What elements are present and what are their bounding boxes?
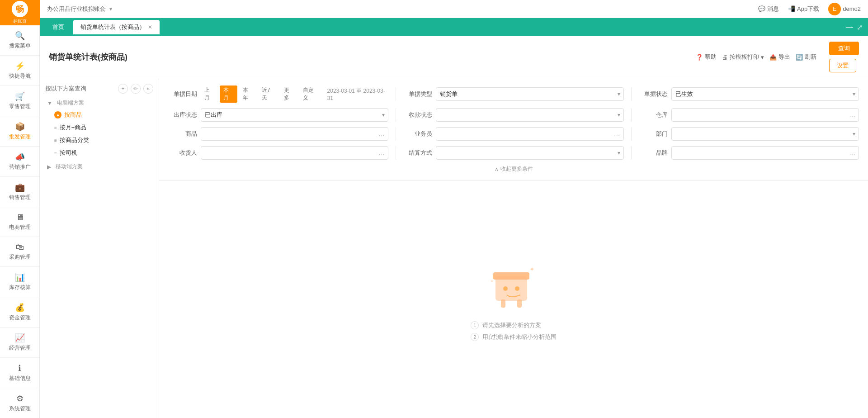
sidebar-item-system[interactable]: ⚙ 系统管理 (0, 388, 39, 418)
sidebar-item-sales[interactable]: 💼 销售管理 (0, 177, 39, 207)
svg-rect-1 (493, 272, 529, 280)
message-btn[interactable]: 💬 消息 (758, 5, 779, 13)
sidebar-item-marketing[interactable]: 📣 营销推广 (0, 147, 39, 177)
sidebar-item-label: 电商管理 (9, 223, 31, 231)
doc-status-input[interactable] (671, 87, 859, 101)
date-btn-current-month[interactable]: 本月 (220, 86, 237, 103)
receiver-dots-icon[interactable]: … (378, 149, 385, 157)
ecommerce-icon: 🖥 (16, 213, 24, 222)
date-range-text: 2023-03-01 至 2023-03-31 (327, 87, 389, 101)
collect-status-label: 收款状态 (403, 111, 432, 119)
tree-item-by-goods[interactable]: ● 按商品 (40, 109, 159, 121)
app-download-btn[interactable]: 📲 App下载 (788, 5, 819, 13)
date-btn-7days[interactable]: 近7天 (258, 86, 278, 103)
left-panel-icons: + ✏ « (118, 84, 153, 94)
refresh-icon: 🔄 (796, 54, 803, 61)
out-status-label: 出库状态 (168, 111, 197, 119)
tab-home[interactable]: 首页 (45, 20, 71, 34)
tree-item-by-category[interactable]: ≡ 按商品分类 (40, 134, 159, 147)
user-info[interactable]: E demo2 (828, 3, 861, 15)
warehouse-input[interactable] (671, 108, 859, 122)
sidebar-item-basic[interactable]: ℹ 基础信息 (0, 358, 39, 388)
tab-minimize-icon[interactable]: — (846, 23, 853, 32)
collect-status-input[interactable] (436, 108, 623, 122)
sidebar-item-quick-nav[interactable]: ⚡ 快捷导航 (0, 56, 39, 86)
tree-item-label: 按司机 (60, 149, 77, 157)
sidebar-item-search-menu[interactable]: 🔍 搜索菜单 (0, 25, 39, 56)
tree-section-mobile[interactable]: ▶ 移动端方案 (40, 161, 159, 172)
right-panel: 单据日期 上月 本月 本年 近7天 更多 自定义 20 (159, 78, 868, 418)
date-btn-custom[interactable]: 自定义 (299, 86, 322, 103)
tree-item-by-month-goods[interactable]: ≡ 按月+商品 (40, 121, 159, 134)
warehouse-dots-icon[interactable]: … (849, 111, 855, 119)
doc-status-control: ▾ (671, 87, 859, 101)
filter-row-3: 商品 … 业务员 … (168, 127, 859, 141)
sidebar-item-ecommerce[interactable]: 🖥 电商管理 (0, 207, 39, 237)
doc-status-label: 单据状态 (639, 90, 668, 98)
date-btn-last-month[interactable]: 上月 (201, 86, 218, 103)
sidebar-item-inventory[interactable]: 📊 库存核算 (0, 267, 39, 297)
date-btn-current-year[interactable]: 本年 (239, 86, 256, 103)
sidebar-item-wholesale[interactable]: 📦 批发管理 (0, 116, 39, 147)
filter-out-status: 出库状态 ▾ (168, 108, 388, 122)
salesman-label: 业务员 (403, 130, 432, 138)
goods-dots-icon[interactable]: … (378, 130, 385, 138)
tree-item-label: 按商品 (64, 111, 82, 119)
add-scheme-btn[interactable]: + (118, 84, 128, 94)
system-icon: ⚙ (16, 394, 24, 404)
settings-button[interactable]: 设置 (829, 59, 856, 72)
brand-input[interactable] (671, 146, 859, 160)
sidebar-item-label: 系统管理 (9, 405, 31, 413)
out-status-input[interactable] (201, 108, 388, 122)
sidebar-item-finance[interactable]: 💰 资金管理 (0, 297, 39, 328)
main-area: 办公用品行业模拟账套 ▾ 💬 消息 📲 App下载 E demo2 首页 销货单… (40, 0, 868, 418)
operation-icon: 📈 (15, 333, 25, 343)
sidebar-item-operation[interactable]: 📈 经营管理 (0, 328, 39, 358)
date-btn-more[interactable]: 更多 (280, 86, 297, 103)
edit-scheme-btn[interactable]: ✏ (131, 84, 141, 94)
empty-svg: ✦ ✦ (486, 258, 541, 312)
empty-hint-2: 2 用[过滤]条件来缩小分析范围 (471, 333, 556, 341)
help-btn[interactable]: ❓ 帮助 (696, 53, 717, 61)
brand-dots-icon[interactable]: … (849, 149, 855, 157)
user-avatar: E (828, 3, 841, 15)
divider-8 (631, 146, 632, 160)
receiver-input[interactable] (201, 146, 388, 160)
settle-control: ▾ (436, 146, 623, 160)
tree-arrow-icon: ▼ (47, 100, 52, 106)
header-dropdown-icon[interactable]: ▾ (109, 6, 112, 12)
sidebar-item-label: 库存核算 (9, 284, 31, 291)
salesman-dots-icon[interactable]: … (614, 130, 620, 138)
svg-text:✦: ✦ (529, 266, 535, 273)
hint-text-2: 用[过滤]条件来缩小分析范围 (482, 333, 556, 341)
dept-input[interactable] (671, 127, 859, 141)
empty-illustration: ✦ ✦ (486, 258, 541, 312)
divider-7 (396, 146, 396, 160)
tree-section-pc[interactable]: ▼ 电脑端方案 (40, 97, 159, 109)
query-button[interactable]: 查询 (829, 42, 859, 55)
collapse-btn[interactable]: ∧ 收起更多条件 (495, 165, 533, 173)
salesman-input[interactable] (436, 127, 623, 141)
tab-maximize-icon[interactable]: ⤢ (857, 23, 863, 32)
collapse-panel-btn[interactable]: « (143, 84, 153, 94)
tree-item-label: 按月+商品 (60, 124, 87, 132)
sidebar-item-label: 资金管理 (9, 314, 31, 322)
settle-input[interactable] (436, 146, 623, 160)
receiver-label: 收货人 (168, 149, 197, 157)
tree-item-by-cashier[interactable]: ≡ 按司机 (40, 147, 159, 159)
tab-active[interactable]: 销货单统计表（按商品） ✕ (73, 20, 160, 34)
sidebar-item-purchase[interactable]: 🛍 采购管理 (0, 237, 39, 267)
filter-brand: 品牌 … (639, 146, 859, 160)
template-print-btn[interactable]: 🖨 按模板打印 ▾ (722, 53, 764, 61)
refresh-btn[interactable]: 🔄 刷新 (796, 53, 816, 61)
help-label: 帮助 (705, 53, 717, 61)
help-icon: ❓ (696, 54, 703, 61)
doc-type-control: ▾ (436, 87, 623, 101)
goods-input[interactable] (201, 127, 388, 141)
divider-6 (631, 127, 632, 141)
filter-collect-status: 收款状态 ▾ (403, 108, 623, 122)
export-btn[interactable]: 📤 导出 (769, 53, 790, 61)
doc-type-input[interactable] (436, 87, 623, 101)
tab-close-icon[interactable]: ✕ (148, 24, 152, 30)
sidebar-item-retail[interactable]: 🛒 零售管理 (0, 86, 39, 116)
